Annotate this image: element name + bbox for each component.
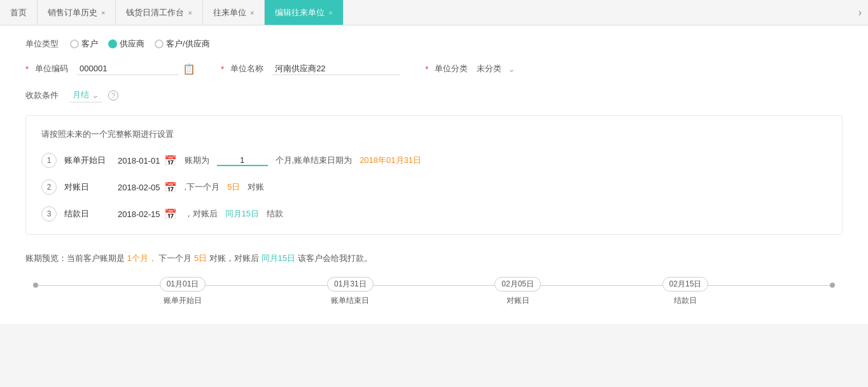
step-1-period-input[interactable] [217,155,268,166]
step-3-highlight: 同月15日 [225,208,259,220]
close-icon[interactable]: × [188,9,192,17]
step-3-suffix-post: 结款 [267,208,283,220]
preview-section: 账期预览：当前客户账期是 1个月， 下一个月 5日 对账，对账后 同月15日 该… [25,245,843,311]
unit-code-label: 单位编码 [35,63,68,74]
end-dot [830,283,835,288]
tab-sales-history[interactable]: 销售订单历史 × [38,0,116,25]
timeline-node-1: 01月01日 账单开始日 [160,277,206,306]
step-1-period-unit: 个月,账单结束日期为 [276,155,353,166]
preview-mid2: 对账，对账后 [209,253,259,263]
payment-terms-select[interactable]: 月结 ⌄ [70,88,102,102]
unit-code-input[interactable] [77,62,179,75]
radio-supplier[interactable]: 供应商 [108,38,144,50]
node-2-label: 账单结束日 [331,295,369,306]
node-3-label: 对账日 [507,295,529,306]
step-1-calendar-icon[interactable]: 📅 [164,155,177,167]
period-settings-box: 请按照未来的一个完整帐期进行设置 1 账单开始日 2018-01-01 📅 账期… [25,115,843,235]
tab-bar: 首页 销售订单历史 × 钱货日清工作台 × 往来单位 × 编辑往来单位 × › [0,0,868,25]
close-icon[interactable]: × [328,9,332,17]
unit-type-row: 单位类型 客户 供应商 客户/供应商 [25,38,843,50]
preview-highlight1: 1个月， [127,253,157,263]
close-icon[interactable]: × [101,9,105,17]
timeline-end-dot [830,277,835,306]
unit-name-group: * 单位名称 [221,62,400,75]
step-2-date: 2018-02-05 [118,183,160,192]
required-star: * [221,64,224,74]
start-dot [33,283,38,288]
radio-both-circle [155,39,164,48]
node-4-pill: 02月15日 [662,277,709,292]
timeline-start-dot [33,277,38,306]
step-3-label: 结款日 [64,208,110,220]
radio-supplier-circle [108,39,117,48]
section-title: 请按照未来的一个完整帐期进行设置 [41,129,827,140]
timeline-node-2: 01月31日 账单结束日 [327,277,374,306]
unit-name-input[interactable] [272,62,400,75]
radio-both[interactable]: 客户/供应商 [155,38,210,50]
close-icon[interactable]: × [250,9,254,17]
payment-terms-label: 收款条件 [25,90,59,101]
unit-class-dropdown-icon[interactable]: ⌄ [508,64,515,74]
step-3-date-cell: 2018-02-15 📅 [118,208,177,220]
node-1-label: 账单开始日 [164,295,202,306]
step-1-date-cell: 2018-01-01 📅 [118,155,177,167]
unit-type-radio-group: 客户 供应商 客户/供应商 [70,38,210,50]
unit-info-row: * 单位编码 📋 * 单位名称 * 单位分类 未分类 ⌄ [25,62,843,75]
step-3-suffix-pre: ，对账后 [185,208,218,220]
step-1-num: 1 [41,153,57,168]
unit-name-label: 单位名称 [230,63,263,74]
step-2-label: 对账日 [64,181,110,193]
step-1-date: 2018-01-01 [118,156,160,165]
step-2-num: 2 [41,179,57,195]
step-2-suffix-post: 对账 [248,181,264,193]
step-3-num: 3 [41,206,57,222]
node-4-label: 结款日 [674,295,697,306]
preview-text: 账期预览：当前客户账期是 1个月， 下一个月 5日 对账，对账后 同月15日 该… [25,253,843,264]
preview-mid1: 下一个月 [158,253,192,263]
timeline-nodes: 01月01日 账单开始日 01月31日 账单结束日 02月05日 对账日 02月… [33,277,835,306]
timeline-container: 01月01日 账单开始日 01月31日 账单结束日 02月05日 对账日 02月… [25,277,843,306]
step-1-period-date: 2018年01月31日 [360,155,421,166]
help-icon[interactable]: ? [108,90,118,101]
required-star: * [425,64,428,74]
node-3-pill: 02月05日 [494,277,541,292]
step-2-calendar-icon[interactable]: 📅 [164,181,177,194]
timeline-node-3: 02月05日 对账日 [494,277,541,306]
tab-edit-partner[interactable]: 编辑往来单位 × [265,0,342,25]
step-3-row: 3 结款日 2018-02-15 📅 ，对账后 同月15日 结款 [41,206,827,222]
node-1-pill: 01月01日 [160,277,206,292]
tab-cash-work[interactable]: 钱货日清工作台 × [116,0,202,25]
step-1-period-label: 账期为 [185,155,209,166]
step-1-label: 账单开始日 [64,155,110,166]
unit-class-value: 未分类 [477,63,501,74]
preview-highlight3: 同月15日 [262,253,295,263]
copy-icon[interactable]: 📋 [183,63,195,75]
tab-scroll-arrow[interactable]: › [852,7,868,18]
payment-terms-row: 收款条件 月结 ⌄ ? [25,88,843,102]
radio-customer[interactable]: 客户 [70,38,98,50]
step-2-row: 2 对账日 2018-02-05 📅 ,下一个月 5日 对账 [41,179,827,195]
node-2-pill: 01月31日 [327,277,374,292]
preview-highlight2: 5日 [194,253,207,263]
step-2-suffix-pre: ,下一个月 [185,181,220,193]
tab-partner-unit[interactable]: 往来单位 × [203,0,265,25]
main-content: 单位类型 客户 供应商 客户/供应商 * 单位编码 📋 * 单位名称 [0,25,868,324]
tab-home[interactable]: 首页 [0,0,38,25]
unit-code-group: * 单位编码 📋 [25,62,195,75]
payment-terms-dropdown-icon[interactable]: ⌄ [92,90,99,100]
radio-customer-circle [70,39,79,48]
payment-terms-value: 月结 [73,89,89,101]
timeline-node-4: 02月15日 结款日 [662,277,709,306]
unit-class-group: * 单位分类 未分类 ⌄ [425,63,515,74]
step-1-row: 1 账单开始日 2018-01-01 📅 账期为 个月,账单结束日期为 2018… [41,153,827,168]
unit-class-label: 单位分类 [435,63,468,74]
unit-type-label: 单位类型 [25,38,59,50]
preview-prefix: 账期预览：当前客户账期是 [25,253,125,263]
step-3-calendar-icon[interactable]: 📅 [164,208,177,220]
preview-suffix: 该客户会给我打款。 [298,253,372,263]
step-2-date-cell: 2018-02-05 📅 [118,181,177,194]
required-star: * [25,64,29,74]
step-2-highlight: 5日 [227,181,240,193]
step-3-date: 2018-02-15 [118,209,160,219]
